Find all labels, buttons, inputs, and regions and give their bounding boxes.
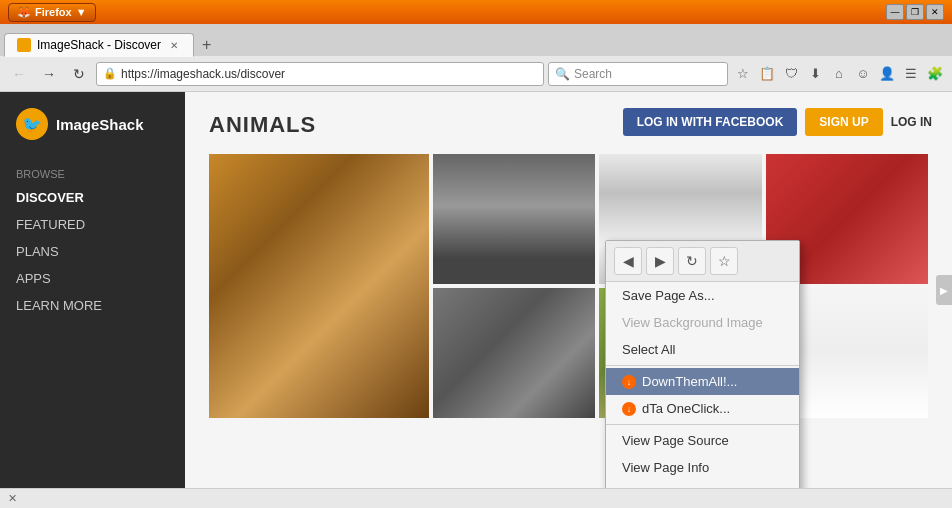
search-bar[interactable]: 🔍 Search: [548, 62, 728, 86]
context-menu: ◀ ▶ ↻ ☆ Save Page As... View Background …: [605, 240, 800, 488]
smiley-icon[interactable]: ☺: [852, 63, 874, 85]
avatar-icon[interactable]: 👤: [876, 63, 898, 85]
shield-icon[interactable]: 🛡: [780, 63, 802, 85]
sidebar-browse-label: Browse: [0, 164, 185, 184]
search-placeholder: Search: [574, 67, 612, 81]
cm-forward-button[interactable]: ▶: [646, 247, 674, 275]
addon-icon[interactable]: 🧩: [924, 63, 946, 85]
sidebar-item-learn-more[interactable]: LEARN MORE: [0, 292, 185, 319]
lock-icon: 🔒: [103, 67, 117, 80]
cm-back-button[interactable]: ◀: [614, 247, 642, 275]
cm-separator-2: [606, 424, 799, 425]
forward-button[interactable]: →: [36, 61, 62, 87]
firefox-label: Firefox: [35, 6, 72, 18]
cm-select-all[interactable]: Select All: [606, 336, 799, 363]
firefox-menu-button[interactable]: 🦊 Firefox ▼: [8, 3, 96, 22]
sidebar-item-featured[interactable]: FEATURED: [0, 211, 185, 238]
header-actions: LOG IN WITH FACEBOOK SIGN UP LOG IN: [623, 108, 932, 136]
downthemall-icon: ↓: [622, 375, 636, 389]
sidebar-item-discover[interactable]: DISCOVER: [0, 184, 185, 211]
facebook-login-button[interactable]: LOG IN WITH FACEBOOK: [623, 108, 798, 136]
main-layout: 🐦 ImageShack Browse DISCOVER FEATURED PL…: [0, 92, 952, 488]
download-icon[interactable]: ⬇: [804, 63, 826, 85]
image-cell-woman[interactable]: [433, 154, 595, 284]
title-bar-left: 🦊 Firefox ▼: [8, 3, 96, 22]
cm-view-page-info[interactable]: View Page Info: [606, 454, 799, 481]
sidebar-item-apps[interactable]: APPS: [0, 265, 185, 292]
active-tab[interactable]: ImageShack - Discover ✕: [4, 33, 194, 57]
dropdown-arrow: ▼: [76, 6, 87, 18]
sidebar: 🐦 ImageShack Browse DISCOVER FEATURED PL…: [0, 92, 185, 488]
minimize-button[interactable]: —: [886, 4, 904, 20]
content-area: LOG IN WITH FACEBOOK SIGN UP LOG IN ANIM…: [185, 92, 952, 488]
new-tab-button[interactable]: +: [196, 34, 217, 56]
cm-save-page-as[interactable]: Save Page As...: [606, 282, 799, 309]
bookmark-icon[interactable]: ☆: [732, 63, 754, 85]
close-button[interactable]: ✕: [926, 4, 944, 20]
scroll-right-button[interactable]: ▶: [936, 275, 952, 305]
image-cell-cat[interactable]: [433, 288, 595, 418]
nav-icons: ☆ 📋 🛡 ⬇ ⌂ ☺ 👤 ☰ 🧩: [732, 63, 946, 85]
title-bar: 🦊 Firefox ▼ — ❐ ✕: [0, 0, 952, 24]
menu-icon[interactable]: ☰: [900, 63, 922, 85]
dta-icon: ↓: [622, 402, 636, 416]
refresh-button[interactable]: ↻: [66, 61, 92, 87]
cm-downthemall[interactable]: ↓ DownThemAll!...: [606, 368, 799, 395]
cm-bookmark-button[interactable]: ☆: [710, 247, 738, 275]
cm-separator-1: [606, 365, 799, 366]
url-bar[interactable]: 🔒 https://imageshack.us/discover: [96, 62, 544, 86]
cm-dta-oneclick[interactable]: ↓ dTa OneClick...: [606, 395, 799, 422]
cm-view-page-source[interactable]: View Page Source: [606, 427, 799, 454]
context-menu-nav: ◀ ▶ ↻ ☆: [606, 241, 799, 282]
tab-close-button[interactable]: ✕: [167, 38, 181, 52]
logo-text: ImageShack: [56, 116, 144, 133]
sidebar-logo: 🐦 ImageShack: [0, 108, 185, 156]
window-controls: — ❐ ✕: [886, 4, 944, 20]
nav-bar: ← → ↻ 🔒 https://imageshack.us/discover 🔍…: [0, 56, 952, 92]
cm-view-bg-image: View Background Image: [606, 309, 799, 336]
search-icon: 🔍: [555, 67, 570, 81]
tab-favicon: [17, 38, 31, 52]
login-button[interactable]: LOG IN: [891, 115, 932, 129]
url-text: https://imageshack.us/discover: [121, 67, 285, 81]
home-icon[interactable]: ⌂: [828, 63, 850, 85]
firefox-icon: 🦊: [17, 6, 31, 19]
cm-refresh-button[interactable]: ↻: [678, 247, 706, 275]
back-button[interactable]: ←: [6, 61, 32, 87]
status-bar: ✕: [0, 488, 952, 508]
tab-title: ImageShack - Discover: [37, 38, 161, 52]
signup-button[interactable]: SIGN UP: [805, 108, 882, 136]
logo-icon: 🐦: [16, 108, 48, 140]
cm-inspect-element[interactable]: Inspect Element (Q): [606, 481, 799, 488]
image-grid: [209, 154, 928, 418]
tab-bar: ImageShack - Discover ✕ +: [0, 24, 952, 56]
status-close-button[interactable]: ✕: [8, 492, 17, 505]
image-cell-dog[interactable]: [209, 154, 429, 418]
clipboard-icon[interactable]: 📋: [756, 63, 778, 85]
sidebar-item-plans[interactable]: PLANS: [0, 238, 185, 265]
restore-button[interactable]: ❐: [906, 4, 924, 20]
